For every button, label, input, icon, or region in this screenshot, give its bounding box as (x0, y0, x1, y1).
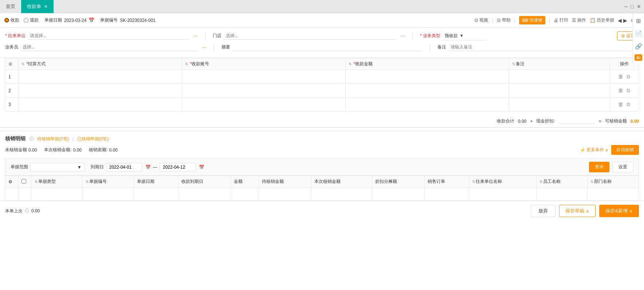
store-input[interactable] (224, 32, 397, 40)
col-gear-b: ⚙ (5, 176, 19, 188)
staff-input[interactable] (20, 43, 198, 51)
sidebar-link-icon[interactable]: 🔗 (633, 42, 644, 51)
tab-receipt[interactable]: 收款单 ✕ (21, 0, 54, 13)
print-btn[interactable]: 🖨 打印 (554, 17, 568, 23)
query-btn[interactable]: 查询 (589, 162, 609, 172)
summary-input[interactable] (232, 43, 423, 51)
copy-icon[interactable]: ⧉ (627, 74, 630, 79)
partner-input[interactable] (28, 32, 189, 40)
row-remark[interactable] (509, 84, 610, 98)
delete-icon[interactable]: 🗑 (618, 101, 623, 107)
receipt-radio-input[interactable] (4, 18, 9, 23)
row-account[interactable] (182, 98, 346, 111)
total-value: 0.00 (518, 119, 526, 124)
row-settle-method[interactable] (19, 84, 182, 98)
sort-icon: ⇅ (349, 62, 352, 66)
range-field: 单据范围 ▼ (11, 163, 85, 172)
sidebar-doc-icon[interactable]: 📄 (633, 29, 644, 39)
operation-btn[interactable]: ☰ 操作 (572, 17, 586, 23)
row-amount[interactable] (346, 70, 509, 84)
remark-input[interactable] (448, 43, 639, 51)
refund-radio[interactable]: 退款 (24, 17, 39, 23)
help-icon: ⊙ (497, 17, 501, 23)
row-account[interactable] (182, 70, 346, 84)
row-settle-method[interactable] (19, 70, 182, 84)
delete-icon[interactable]: 🗑 (618, 87, 623, 93)
pending-tab[interactable]: 待核销单据(0笔) (37, 136, 69, 142)
table-gear-icon[interactable]: ⚙ (8, 62, 12, 67)
col-current-amount: 本次核销金额 (311, 176, 372, 188)
window-minimize-icon[interactable]: ─ (624, 4, 628, 9)
copy-icon[interactable]: ⧉ (627, 87, 630, 93)
video-btn[interactable]: ⊙ 视频 (474, 17, 488, 23)
prev-arrow[interactable]: ◀ (618, 17, 622, 23)
copy-icon[interactable]: ⧉ (627, 101, 630, 107)
print-icon: 🖨 (554, 17, 558, 23)
current-verify-stat: 本次核销金额: 0.00 (44, 147, 82, 153)
cal-to-icon[interactable]: 📅 (199, 165, 204, 170)
row-remark[interactable] (509, 98, 610, 111)
shortcut-btn[interactable]: ⌨ 快捷键 (519, 16, 545, 24)
save-new-arrow[interactable]: ∧ (629, 208, 633, 214)
sidebar-table-icon[interactable]: ⊞ (635, 16, 642, 26)
row-amount[interactable] (346, 84, 509, 98)
delete-icon[interactable]: 🗑 (618, 74, 623, 79)
table-row: 2 🗑 ⧉ (5, 84, 639, 98)
date-to-input[interactable] (160, 163, 196, 172)
operation-label: 操作 (577, 17, 586, 23)
window-close-icon[interactable]: ✕ (637, 4, 641, 9)
auto-verify-btn[interactable]: 自动核销 (611, 145, 639, 155)
help-btn[interactable]: ⊙ 帮助 (497, 17, 511, 23)
filter-setting-btn[interactable]: 设置 (612, 162, 633, 172)
business-type-arrow: ▼ (459, 33, 464, 38)
done-tab[interactable]: 已核销单据(0笔) (77, 136, 109, 142)
save-draft-arrow[interactable]: ∧ (586, 208, 589, 214)
business-type-select[interactable]: 预收款 ▼ (443, 32, 486, 40)
tab-bar-controls: ─ □ ✕ (624, 4, 644, 9)
history-icon: 📋 (590, 17, 596, 23)
select-all-checkbox[interactable] (21, 179, 26, 184)
row-remark[interactable] (509, 70, 610, 84)
staff-dots[interactable]: ··· (201, 44, 206, 51)
row-account[interactable] (182, 84, 346, 98)
tab-receipt-close[interactable]: ✕ (44, 4, 48, 9)
receipt-radio[interactable]: 收款 (4, 17, 19, 23)
footer-info-icon[interactable]: ⓘ (25, 208, 29, 214)
range-select[interactable]: ▼ (30, 163, 85, 172)
cal-from-icon[interactable]: 📅 (145, 165, 151, 170)
save-draft-btn[interactable]: 保存草稿 ∧ (559, 205, 596, 217)
partner-label: * 往来单位 (5, 33, 25, 39)
store-dots[interactable]: ··· (400, 33, 405, 39)
remark-label: 备注 (437, 44, 446, 50)
col-due-date: 收款到期日 (178, 176, 231, 188)
partner-field: * 往来单位 ··· (5, 32, 198, 40)
toolbar-right-actions: ⊙ 视频 | ⊙ 帮助 | ⌨ 快捷键 | 🖨 打印 ☰ 操作 (474, 16, 640, 24)
refund-radio-input[interactable] (24, 18, 28, 23)
diff-label: 核销差额: (89, 147, 107, 153)
discount-input[interactable] (559, 118, 595, 124)
row-num: 1 (5, 70, 19, 84)
summary-label: 摘要 (221, 44, 230, 50)
date-from-input[interactable] (106, 163, 142, 172)
window-maximize-icon[interactable]: □ (631, 4, 634, 9)
history-btn[interactable]: 📋 历史单据 (590, 17, 614, 23)
unchecked-stat: 未核销金额 0.00 (5, 147, 37, 153)
save-new-btn[interactable]: 保存&新增 ∧ (599, 205, 639, 217)
partner-dots[interactable]: ··· (193, 33, 197, 39)
row-amount[interactable] (346, 98, 509, 111)
col-discount: 折扣分摊额 (372, 176, 424, 188)
tab-home[interactable]: 首页 (0, 0, 21, 13)
table-row: 3 🗑 ⧉ (5, 98, 639, 111)
row-actions: 🗑 ⧉ (610, 70, 639, 84)
row-settle-method[interactable] (19, 98, 182, 111)
col-staff-name: ⇅员工名称 (536, 176, 587, 188)
abandon-btn[interactable]: 放弃 (531, 205, 555, 217)
gear-icon-b[interactable]: ⚙ (8, 179, 12, 184)
calendar-icon[interactable]: 📅 (89, 17, 94, 23)
more-conditions-link[interactable]: ⚡ 更多条件 ∧ (580, 147, 608, 153)
sidebar-ai-icon[interactable]: Ai (635, 54, 642, 61)
diff-stat: 核销差额: 0.00 (89, 147, 118, 153)
verify-info-icon[interactable]: ⓘ (29, 136, 34, 142)
next-arrow[interactable]: ▶ (623, 17, 627, 23)
row-num: 2 (5, 84, 19, 98)
